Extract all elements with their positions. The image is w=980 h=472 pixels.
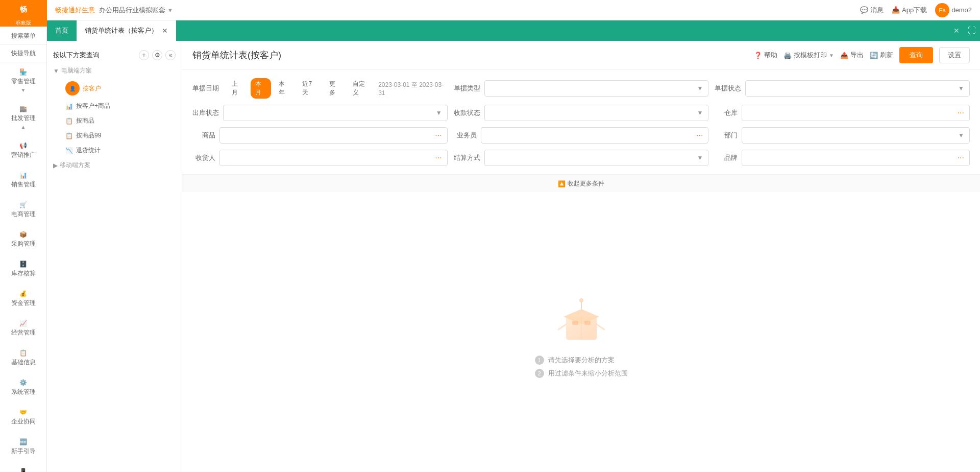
- svg-point-7: [579, 298, 583, 302]
- more-date-btn[interactable]: 更多: [325, 78, 345, 99]
- app-center-icon: 📱: [19, 468, 27, 472]
- warehouse-filter-cell: 仓库 ···: [715, 105, 970, 121]
- filter-row-1: 单据日期 上月 本月 本年 近7天 更多 自定义 2023-03-01 至 20…: [192, 78, 970, 99]
- doc-status-select[interactable]: ▼: [745, 80, 970, 97]
- collapse-panel-button[interactable]: «: [165, 50, 176, 60]
- sidebar-item-inventory[interactable]: 🗄️ 库存核算: [0, 254, 46, 284]
- department-filter-cell: 部门 ▼: [715, 127, 970, 144]
- search-button[interactable]: 查询: [899, 47, 933, 63]
- this-year-btn[interactable]: 本年: [274, 78, 295, 99]
- fullscreen-button[interactable]: ⛶: [964, 26, 980, 35]
- last-7-days-btn[interactable]: 近7天: [298, 78, 321, 99]
- department-select[interactable]: ▼: [742, 127, 970, 144]
- logo[interactable]: 畅 标账版: [0, 0, 47, 27]
- sidebar-item-finance[interactable]: 💰 资金管理: [0, 284, 46, 314]
- message-button[interactable]: 💬 消息: [860, 6, 884, 15]
- scheme-table-icon2: 📋: [65, 132, 73, 139]
- tab-sales-stats[interactable]: 销货单统计表（按客户） ✕: [77, 20, 176, 41]
- refresh-button[interactable]: 🔄 刷新: [870, 51, 893, 60]
- scheme-by-goods-99[interactable]: 📋 按商品99: [47, 128, 182, 143]
- scheme-return-stats[interactable]: 📉 退货统计: [47, 143, 182, 158]
- salesperson-filter-cell: 业务员 ···: [454, 127, 709, 144]
- sidebar-item-basic-info[interactable]: 📋 基础信息: [0, 343, 46, 373]
- brand-input[interactable]: ···: [742, 150, 970, 166]
- salesperson-dots-icon[interactable]: ···: [696, 131, 703, 140]
- sidebar-item-app-center[interactable]: 📱 应用中心: [0, 462, 46, 472]
- add-scheme-button[interactable]: +: [139, 50, 149, 60]
- sidebar-item-sales[interactable]: 📊 销售管理: [0, 166, 46, 195]
- doc-status-arrow-icon: ▼: [958, 85, 964, 92]
- goods-filter-cell: 商品 ···: [192, 127, 448, 144]
- sidebar-item-purchase[interactable]: 📦 采购管理: [0, 225, 46, 254]
- new-user-icon: 🆕: [19, 438, 27, 445]
- app-download-button[interactable]: 📥 App下载: [892, 6, 927, 15]
- left-panel-actions: + ⚙ «: [139, 50, 176, 60]
- last-month-btn[interactable]: 上月: [227, 78, 248, 99]
- empty-illustration: [551, 286, 612, 347]
- out-status-select[interactable]: ▼: [223, 105, 448, 121]
- tab-close-icon[interactable]: ✕: [162, 27, 168, 35]
- purchase-icon: 📦: [19, 231, 27, 238]
- sidebar-item-retail[interactable]: 🏪 零售管理 ▼: [0, 62, 46, 99]
- this-month-btn[interactable]: 本月: [251, 78, 271, 99]
- salesperson-label: 业务员: [454, 131, 477, 140]
- recipient-dots-icon[interactable]: ···: [435, 153, 442, 162]
- sidebar: 畅 标账版 搜索菜单 快捷导航 🏪 零售管理 ▼ 🏬 批发管理 ▲ 📢 营销推广…: [0, 0, 47, 472]
- tab-bar: 首页 销货单统计表（按客户） ✕ ✕ ⛶: [47, 20, 980, 41]
- export-button[interactable]: 📤 导出: [840, 51, 864, 60]
- mobile-group[interactable]: ▶ 移动端方案: [47, 158, 182, 173]
- brand-dots-icon[interactable]: ···: [958, 153, 964, 162]
- tab-home[interactable]: 首页: [47, 20, 77, 41]
- tip-num-1: 1: [535, 356, 544, 365]
- doc-type-arrow-icon: ▼: [697, 85, 703, 92]
- settings-scheme-button[interactable]: ⚙: [152, 50, 162, 60]
- quick-nav-button[interactable]: 快捷导航: [0, 45, 46, 62]
- sidebar-item-wholesale[interactable]: 🏬 批发管理 ▲: [0, 99, 46, 136]
- scheme-by-customer-goods[interactable]: 📊 按客户+商品: [47, 99, 182, 113]
- warehouse-dots-icon[interactable]: ···: [958, 108, 964, 117]
- help-icon: ❓: [754, 52, 762, 59]
- user-menu[interactable]: Ea demo2: [935, 3, 972, 17]
- search-menu-button[interactable]: 搜索菜单: [0, 27, 46, 45]
- sales-icon: 📊: [19, 172, 27, 179]
- doc-type-select[interactable]: ▼: [484, 80, 709, 97]
- window-close-button[interactable]: ✕: [949, 27, 964, 35]
- recipient-input[interactable]: ···: [219, 150, 448, 166]
- doc-status-label: 单据状态: [715, 84, 741, 93]
- settlement-select[interactable]: ▼: [484, 150, 709, 166]
- help-button[interactable]: ❓ 帮助: [754, 51, 777, 60]
- svg-rect-5: [584, 321, 591, 325]
- collapse-filter-bar[interactable]: 🔼 收起更多条件: [182, 175, 980, 192]
- settings-button[interactable]: 设置: [939, 47, 970, 63]
- retail-expand-icon: ▼: [21, 87, 26, 93]
- page-header: 销货单统计表(按客户) ❓ 帮助 🖨️ 按模板打印 ▼ 📤 导出: [182, 41, 980, 70]
- page-header-actions: ❓ 帮助 🖨️ 按模板打印 ▼ 📤 导出 🔄 刷新: [754, 47, 970, 63]
- desktop-group[interactable]: ▼ 电脑端方案: [47, 63, 182, 78]
- svg-line-9: [597, 324, 604, 329]
- account-dropdown[interactable]: 办公用品行业模拟账套 ▼: [99, 6, 173, 15]
- settlement-label: 结算方式: [454, 153, 480, 162]
- scheme-by-goods[interactable]: 📋 按商品: [47, 113, 182, 128]
- goods-input[interactable]: ···: [219, 127, 448, 144]
- sidebar-item-ecommerce[interactable]: 🛒 电商管理: [0, 195, 46, 225]
- avatar: Ea: [935, 3, 949, 17]
- sidebar-item-operations[interactable]: 📈 经营管理: [0, 314, 46, 343]
- custom-date-btn[interactable]: 自定义: [348, 78, 374, 99]
- sidebar-item-new-user[interactable]: 🆕 新手引导: [0, 432, 46, 462]
- print-button[interactable]: 🖨️ 按模板打印 ▼: [783, 51, 834, 60]
- empty-state: 1 请先选择要分析的方案 2 用过滤条件来缩小分析范围: [182, 192, 980, 472]
- goods-dots-icon[interactable]: ···: [435, 131, 442, 140]
- sidebar-item-system[interactable]: ⚙️ 系统管理: [0, 373, 46, 403]
- marketing-icon: 📢: [19, 142, 27, 149]
- sidebar-item-marketing[interactable]: 📢 营销推广: [0, 136, 46, 166]
- settlement-filter-cell: 结算方式 ▼: [454, 150, 709, 166]
- scheme-by-customer[interactable]: 👤 按客户: [47, 78, 182, 99]
- payment-status-select[interactable]: ▼: [484, 105, 709, 121]
- brand-label: 品牌: [715, 153, 738, 162]
- warehouse-input[interactable]: ···: [742, 105, 970, 121]
- empty-tip-1: 1 请先选择要分析的方案: [535, 356, 628, 365]
- scheme-table-icon1: 📋: [65, 117, 73, 125]
- desktop-group-label: 电脑端方案: [61, 66, 92, 75]
- sidebar-item-enterprise[interactable]: 🤝 企业协同: [0, 403, 46, 432]
- salesperson-input[interactable]: ···: [481, 127, 709, 144]
